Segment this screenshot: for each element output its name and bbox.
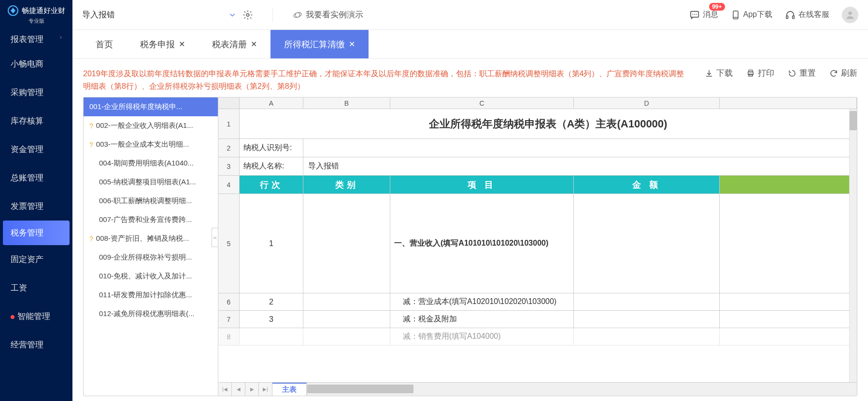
cell-extra[interactable] [720,293,857,310]
global-search[interactable]: 导入报错 [82,9,253,20]
close-icon[interactable]: ✕ [349,40,355,49]
tree-item-005[interactable]: 005-纳税调整项目明细表(A1... [84,173,218,192]
sheet-nav-next[interactable]: ▶ [245,383,259,396]
tree-item-007[interactable]: 007-广告费和业务宣传费跨... [84,210,218,229]
tree-item-008[interactable]: ?008-资产折旧、摊销及纳税... [84,229,218,248]
header-extra[interactable] [720,176,857,194]
gear-icon[interactable] [242,10,253,20]
cell-amount[interactable] [574,311,720,328]
tree-item-003[interactable]: ?003-一般企业成本支出明细... [84,135,218,154]
sidebar-item-salary[interactable]: 工资 [0,274,72,302]
refresh-icon [829,69,838,78]
cell-extra[interactable] [720,328,857,345]
cell-amount[interactable] [574,328,720,345]
col-header-C[interactable]: C [390,97,574,109]
header-rownum[interactable]: 行次 [240,176,303,194]
cell-rownum[interactable]: 1 [240,194,303,293]
row-header[interactable]: 3 [218,157,240,175]
demo-link[interactable]: 我要看实例演示 [272,8,363,22]
tree-item-011[interactable]: 011-研发费用加计扣除优惠... [84,286,218,304]
cell-category-merged[interactable] [303,328,390,345]
sidebar-item-ledger[interactable]: 总账管理 [0,164,72,192]
col-header-D[interactable]: D [574,97,720,109]
taxpayer-id-value[interactable] [303,139,857,157]
tab-tax-list[interactable]: 税表清册✕ [199,30,270,58]
sheet-tab-main[interactable]: 主表 [272,383,307,396]
cell-item[interactable]: 一、营业收入(填写A101010\101020\103000) [390,194,574,293]
cell-extra[interactable] [720,311,857,328]
sidebar-item-smart[interactable]: 智能管理 [0,302,72,331]
sheet-nav-prev[interactable]: ◀ [232,383,245,396]
collapse-tree-button[interactable]: ‹‹ [212,228,218,247]
sidebar-item-business[interactable]: 经营管理 [0,331,72,359]
sheet-nav-first[interactable]: |◀ [218,383,232,396]
cell-category-merged[interactable] [303,311,390,328]
print-button[interactable]: 打印 [746,68,774,79]
header-category[interactable]: 类别 [303,176,390,194]
sidebar-item-funds[interactable]: 资金管理 [0,135,72,164]
reset-button[interactable]: 重置 [788,68,816,79]
sidebar-item-purchase[interactable]: 采购管理 [0,78,72,107]
sidebar: 报表管理› 小畅电商 采购管理 库存核算 资金管理 总账管理 发票管理 税务管理… [0,30,72,401]
row-header[interactable]: 5 [218,194,240,293]
sidebar-item-assets[interactable]: 固定资产 [0,245,72,274]
taxpayer-name-label[interactable]: 纳税人名称: [240,157,303,175]
row-header[interactable]: 4 [218,176,240,194]
taxpayer-name-value[interactable]: 导入报错 [303,157,857,175]
cell-category-merged[interactable] [303,293,390,310]
tree-item-001[interactable]: 001-企业所得税年度纳税申... [84,97,218,116]
tree-item-006[interactable]: 006-职工薪酬纳税调整明细... [84,192,218,210]
cell-amount[interactable] [574,293,720,310]
col-header-B[interactable]: B [303,97,390,109]
col-header-A[interactable]: A [240,97,303,109]
sidebar-item-invoice[interactable]: 发票管理 [0,192,72,221]
cell-extra[interactable] [720,194,857,293]
cell-rownum[interactable]: 2 [240,293,303,310]
refresh-button[interactable]: 刷新 [829,68,857,79]
sheet-title[interactable]: 企业所得税年度纳税申报表（A类）主表(A100000) [240,109,857,138]
tree-item-004[interactable]: 004-期间费用明细表(A1040... [84,154,218,173]
vertical-scrollbar[interactable] [849,109,857,382]
cell-rownum[interactable] [240,328,303,345]
header-item[interactable]: 项 目 [390,176,574,194]
tab-income-tax[interactable]: 所得税汇算清缴✕ [270,30,369,58]
chevron-down-icon[interactable] [228,11,237,19]
support-link[interactable]: 在线客服 [785,10,829,20]
row-header[interactable]: 1 [218,109,240,138]
tree-item-012[interactable]: 012-减免所得税优惠明细表(... [84,304,218,323]
app-download-link[interactable]: App下载 [731,10,772,20]
sidebar-item-cut[interactable]: 报表管理› [0,34,72,50]
row-header[interactable]: 6 [218,293,240,310]
cell-item[interactable]: 减：销售费用(填写A104000) [390,328,574,345]
cell-amount[interactable] [574,194,720,293]
tab-home[interactable]: 首页 [82,30,127,58]
sheet-nav-last[interactable]: ▶| [259,383,272,396]
messages-link[interactable]: 消息 99+ [689,10,718,20]
close-icon[interactable]: ✕ [179,40,185,49]
header-amount[interactable]: 金 额 [574,176,720,194]
sidebar-item-ecommerce[interactable]: 小畅电商 [0,50,72,78]
row-header[interactable]: 7 [218,311,240,328]
red-dot-icon [11,315,14,319]
download-button[interactable]: 下载 [705,68,733,79]
horizontal-scrollbar[interactable] [307,383,857,396]
sheet-row: 5 1 一、营业收入(填写A101010\101020\103000) [218,194,857,293]
cell-item[interactable]: 减：税金及附加 [390,311,574,328]
sidebar-item-tax[interactable]: 税务管理 [3,221,70,245]
row-header[interactable]: 2 [218,139,240,157]
select-all-corner[interactable] [218,97,240,109]
close-icon[interactable]: ✕ [251,40,257,49]
cell-category-merged[interactable] [303,194,390,293]
sheet-row: 7 3 减：税金及附加 [218,311,857,328]
cell-item[interactable]: 减：营业成本(填写A102010\102020\103000) [390,293,574,310]
sidebar-item-inventory[interactable]: 库存核算 [0,107,72,135]
tree-item-002[interactable]: ?002-一般企业收入明细表(A1... [84,116,218,135]
avatar[interactable] [842,7,858,23]
tree-item-009[interactable]: 009-企业所得税弥补亏损明... [84,248,218,267]
cell-rownum[interactable]: 3 [240,311,303,328]
print-icon [746,69,755,78]
tree-item-010[interactable]: 010-免税、减计收入及加计... [84,267,218,286]
row-header[interactable]: 8 [218,328,240,345]
taxpayer-id-label[interactable]: 纳税人识别号: [240,139,303,157]
tab-tax-declare[interactable]: 税务申报✕ [127,30,199,58]
